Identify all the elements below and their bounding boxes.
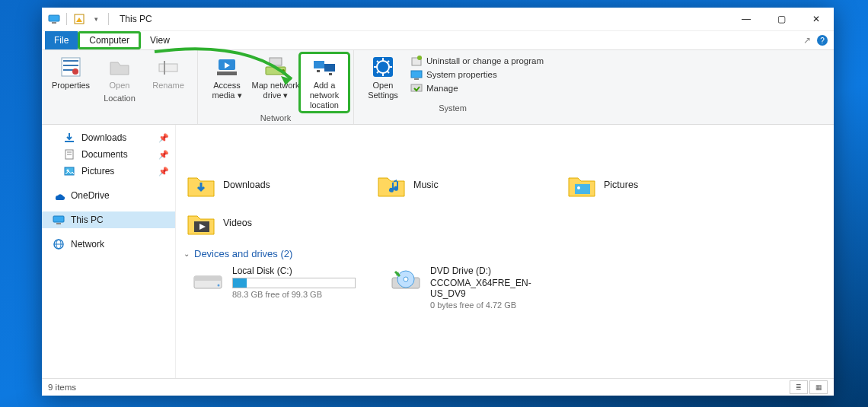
qat-dropdown-icon[interactable]: ▾ (90, 13, 102, 25)
downloads-folder-icon (185, 169, 217, 201)
open-label: Open (110, 81, 130, 91)
tiles-view-button[interactable]: ▦ (809, 380, 828, 394)
folder-music-label: Music (413, 180, 439, 190)
drive-c-free: 88.3 GB free of 99.3 GB (232, 290, 356, 299)
this-pc-icon (48, 13, 60, 25)
pin-icon: 📌 (158, 150, 169, 160)
qat-divider (66, 13, 67, 25)
uninstall-icon (410, 55, 423, 67)
properties-label: Properties (52, 81, 90, 91)
access-media-label: Access media ▾ (203, 81, 251, 100)
svg-rect-29 (411, 71, 422, 78)
nav-this-pc-label: This PC (71, 215, 104, 225)
navigation-pane: Downloads 📌 Documents 📌 Pictures 📌 OneDr… (42, 125, 176, 378)
folder-pictures-label: Pictures (604, 180, 638, 190)
qat-divider-2 (108, 13, 109, 25)
folder-videos-label: Videos (223, 218, 252, 228)
add-network-location-icon (312, 55, 337, 79)
drive-d[interactable]: DVD Drive (D:) CCCOMA_X64FRE_EN-US_DV9 0… (389, 266, 564, 310)
status-bar: 9 items ≣ ▦ (42, 378, 834, 396)
music-folder-icon (375, 169, 407, 201)
drive-d-name: DVD Drive (D:) (430, 266, 564, 276)
add-network-location-label: Add a network location (300, 81, 349, 110)
minimize-button[interactable]: — (729, 8, 764, 30)
system-properties-button[interactable]: System properties (410, 68, 544, 81)
manage-label: Manage (426, 84, 458, 93)
drive-c[interactable]: Local Disk (C:) 88.3 GB free of 99.3 GB (191, 266, 366, 310)
tab-computer[interactable]: Computer (78, 31, 141, 49)
view-mode-toggle: ≣ ▦ (790, 380, 828, 394)
folder-videos[interactable]: Videos (185, 207, 345, 239)
quick-access-toolbar: ▾ (42, 13, 116, 25)
access-media-button[interactable]: Access media ▾ (203, 53, 251, 102)
svg-rect-14 (324, 64, 335, 72)
download-icon (63, 132, 75, 144)
manage-button[interactable]: Manage (410, 82, 544, 94)
ribbon: Properties Open Rename Location (42, 50, 834, 125)
svg-rect-32 (65, 141, 74, 142)
window-title: This PC (120, 14, 152, 24)
details-view-button[interactable]: ≣ (790, 380, 808, 394)
open-icon (107, 55, 132, 79)
svg-rect-15 (317, 70, 320, 72)
system-group-label: System (439, 103, 467, 113)
drive-d-label: CCCOMA_X64FRE_EN-US_DV9 (430, 278, 564, 299)
close-button[interactable]: ✕ (799, 8, 834, 30)
nav-downloads[interactable]: Downloads 📌 (42, 129, 175, 146)
map-drive-button[interactable]: Map network drive ▾ (251, 53, 300, 102)
help-icon[interactable]: ? (817, 35, 828, 46)
uninstall-program-button[interactable]: Uninstall or change a program (410, 55, 544, 67)
tab-file[interactable]: File (45, 31, 78, 49)
drive-c-usage-bar (232, 278, 356, 288)
properties-qat-icon[interactable] (73, 13, 85, 25)
nav-onedrive[interactable]: OneDrive (42, 187, 175, 204)
nav-network-label: Network (71, 239, 104, 250)
svg-point-52 (404, 277, 408, 281)
ribbon-group-system: Open Settings Uninstall or change a prog… (354, 50, 551, 124)
properties-icon (59, 55, 83, 79)
nav-this-pc[interactable]: This PC (42, 211, 175, 228)
system-properties-icon (410, 68, 423, 81)
properties-button[interactable]: Properties (46, 53, 95, 92)
svg-rect-11 (270, 58, 282, 65)
map-drive-icon (263, 55, 288, 79)
add-network-location-button[interactable]: Add a network location (300, 53, 349, 112)
minimize-ribbon-icon[interactable]: ↗ (803, 35, 811, 46)
window-controls: — ▢ ✕ (729, 8, 834, 30)
document-icon (63, 148, 75, 161)
svg-point-28 (417, 56, 422, 60)
svg-rect-0 (49, 15, 59, 21)
folder-music[interactable]: Music (375, 169, 535, 201)
open-button[interactable]: Open (95, 53, 144, 92)
folder-downloads-label: Downloads (223, 180, 270, 190)
rename-button[interactable]: Rename (144, 53, 193, 92)
svg-rect-48 (194, 276, 222, 281)
svg-point-49 (218, 285, 220, 287)
tab-view[interactable]: View (141, 31, 179, 49)
svg-point-4 (72, 68, 78, 75)
drive-c-name: Local Disk (C:) (232, 266, 356, 276)
open-settings-label: Open Settings (359, 81, 407, 100)
folder-pictures[interactable]: Pictures (566, 169, 726, 201)
nav-network[interactable]: Network (42, 236, 175, 253)
folder-downloads[interactable]: Downloads (185, 169, 345, 201)
drive-d-free: 0 bytes free of 4.72 GB (430, 300, 564, 310)
map-drive-label: Map network drive ▾ (251, 81, 300, 100)
rename-icon (156, 55, 180, 79)
open-settings-button[interactable]: Open Settings (359, 53, 407, 102)
maximize-button[interactable]: ▢ (764, 8, 799, 30)
svg-rect-13 (314, 61, 324, 68)
title-bar: ▾ This PC — ▢ ✕ (42, 8, 834, 31)
network-icon (53, 238, 65, 250)
nav-documents[interactable]: Documents 📌 (42, 146, 175, 163)
ribbon-group-location: Properties Open Rename Location (42, 50, 198, 124)
dvd-drive-icon (389, 266, 423, 296)
picture-icon (63, 165, 75, 177)
devices-section-header[interactable]: ⌄ Devices and drives (2) (176, 242, 834, 262)
nav-pictures[interactable]: Pictures 📌 (42, 163, 175, 180)
svg-rect-9 (217, 72, 237, 75)
svg-rect-16 (329, 73, 332, 75)
pin-icon: 📌 (158, 133, 169, 143)
onedrive-icon (53, 189, 65, 202)
nav-onedrive-label: OneDrive (71, 190, 110, 201)
